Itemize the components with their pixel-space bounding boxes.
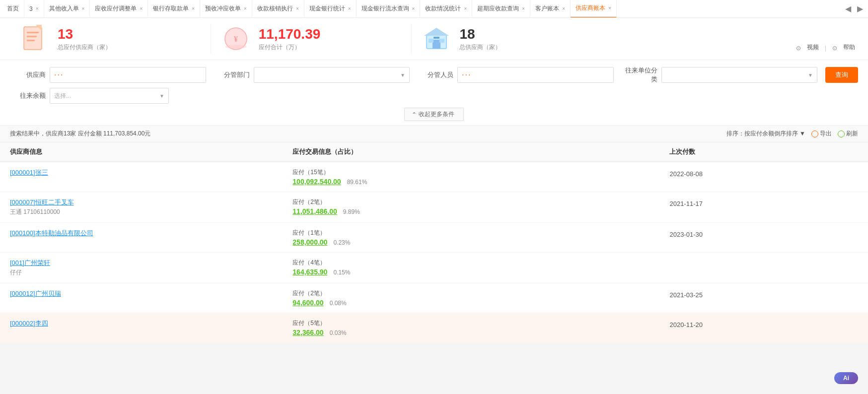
nav-prev-arrow[interactable]: ◀ xyxy=(842,4,854,13)
last-payment-cell: 2022-08-08 xyxy=(669,168,858,178)
search-button[interactable]: 查询 xyxy=(825,67,858,83)
transaction-percent: 0.23% xyxy=(333,239,350,246)
filter-dept: 分管部门 ▼ xyxy=(214,67,410,83)
dropdown-arrow-icon: ▼ xyxy=(400,72,405,78)
nav-tab-receipt-stat[interactable]: 收款情况统计 × xyxy=(420,0,472,18)
summary-card-payable-suppliers: 13 总应付供应商（家） xyxy=(10,24,211,54)
table-row: [000012]广州贝瑞 应付（2笔） 94,600.00 0.08% 2021… xyxy=(0,283,868,313)
supplier-cell: [000100]本特勒油品有限公司 xyxy=(10,229,292,238)
svg-rect-10 xyxy=(433,40,440,49)
supplier-filter-label: 供应商 xyxy=(10,70,50,79)
summary-card-payable-total: ¥ 11,170.39 应付合计（万） xyxy=(211,24,412,54)
table-body: [000001]张三 应付（15笔） 100,092,540.00 89.61%… xyxy=(0,162,868,343)
supplier-cell: [001]广州荣轩 仔仔 xyxy=(10,259,292,277)
nav-tab-home[interactable]: 首页 xyxy=(2,0,24,18)
person-filter-input[interactable]: ··· xyxy=(457,67,614,83)
video-link[interactable]: 视频 xyxy=(807,43,819,52)
supplier-cell: [000001]张三 xyxy=(10,168,292,177)
table-row: [000002]李四 应付（5笔） 32,366.00 0.03% 2020-1… xyxy=(0,313,868,343)
supplier-link[interactable]: [000002]李四 xyxy=(10,320,48,327)
supplier-contact: 王通 17106110000 xyxy=(10,208,292,216)
transaction-label: 应付（2笔） xyxy=(292,198,669,206)
sort-selector[interactable]: 排序：按应付余额倒序排序 ▼ xyxy=(726,130,805,138)
filter-balance: 往来余额 选择... ▼ xyxy=(10,88,169,104)
nav-tab-supplier-book[interactable]: 供应商账本 × xyxy=(571,0,617,18)
close-icon[interactable]: × xyxy=(412,6,415,11)
refresh-button[interactable]: 刷新 xyxy=(838,130,858,138)
svg-rect-3 xyxy=(27,40,35,41)
ai-badge[interactable]: Ai xyxy=(834,372,858,384)
nav-tab-3[interactable]: 3 × xyxy=(24,0,44,18)
supplier-link[interactable]: [000001]张三 xyxy=(10,169,48,176)
dept-filter-input[interactable]: ▼ xyxy=(254,67,410,83)
data-table: 供应商信息 应付交易信息（占比） 上次付数 [000001]张三 应付（15笔）… xyxy=(0,142,868,343)
close-icon[interactable]: × xyxy=(296,6,299,11)
close-icon[interactable]: × xyxy=(522,6,525,11)
close-icon[interactable]: × xyxy=(140,6,143,11)
transaction-amount[interactable]: 11,051,486.00 xyxy=(292,207,337,215)
close-icon[interactable]: × xyxy=(562,6,565,11)
transaction-amount[interactable]: 258,000.00 xyxy=(292,238,327,246)
close-icon[interactable]: × xyxy=(244,6,247,11)
supplier-link[interactable]: [001]广州荣轩 xyxy=(10,259,50,266)
refresh-icon xyxy=(838,131,845,137)
transaction-cell: 应付（2笔） 11,051,486.00 9.89% xyxy=(292,198,669,215)
help-links: ⊙ 视频 | ⊙ 帮助 xyxy=(793,24,858,54)
close-icon[interactable]: × xyxy=(464,6,467,11)
transaction-label: 应付（15笔） xyxy=(292,168,669,177)
total-suppliers-count: 18 xyxy=(459,26,501,43)
export-button[interactable]: 导出 xyxy=(811,130,832,138)
supplier-filter-input[interactable]: ··· xyxy=(50,67,206,83)
close-icon[interactable]: × xyxy=(348,6,351,11)
nav-tab-receipt-verify[interactable]: 收款核销执行 × xyxy=(252,0,304,18)
supplier-link[interactable]: [000012]广州贝瑞 xyxy=(10,290,61,297)
chevron-up-icon: ⌃ xyxy=(412,111,417,118)
help-link[interactable]: 帮助 xyxy=(843,43,855,52)
nav-next-arrow[interactable]: ▶ xyxy=(854,4,866,13)
transaction-amount[interactable]: 94,600.00 xyxy=(292,299,323,307)
transaction-amount[interactable]: 164,635.90 xyxy=(292,268,327,276)
supplier-cell: [000012]广州贝瑞 xyxy=(10,289,292,298)
transaction-label: 应付（2笔） xyxy=(292,289,669,298)
col-header-transaction-info: 应付交易信息（占比） xyxy=(292,147,669,156)
nav-tab-other-income[interactable]: 其他收入单 × xyxy=(44,0,90,18)
last-payment-cell: 2023-01-30 xyxy=(669,229,858,238)
supplier-link[interactable]: [000007]恒旺二手叉车 xyxy=(10,198,74,206)
store-icon xyxy=(422,24,451,54)
collapse-filters-button[interactable]: ⌃ 收起更多条件 xyxy=(404,108,464,121)
table-header: 供应商信息 应付交易信息（占比） 上次付数 xyxy=(0,142,868,162)
results-bar: 搜索结果中，供应商13家 应付金额 111,703,854.00元 排序：按应付… xyxy=(0,126,868,142)
last-payment-cell: 2020-11-20 xyxy=(669,319,858,328)
filter-row-2: 往来余额 选择... ▼ xyxy=(10,88,858,104)
balance-filter-input[interactable]: 选择... ▼ xyxy=(50,88,169,104)
filter-supplier: 供应商 ··· xyxy=(10,67,206,83)
transaction-amount[interactable]: 32,366.00 xyxy=(292,328,323,336)
balance-filter-label: 往来余额 xyxy=(10,91,50,100)
close-icon[interactable]: × xyxy=(36,6,39,11)
transaction-percent: 0.03% xyxy=(330,329,347,336)
nav-tab-prepay-ar[interactable]: 预收冲应收单 × xyxy=(200,0,252,18)
table-row: [000007]恒旺二手叉车 王通 17106110000 应付（2笔） 11,… xyxy=(0,192,868,223)
table-row: [000100]本特勒油品有限公司 应付（1笔） 258,000.00 0.23… xyxy=(0,223,868,253)
close-icon[interactable]: × xyxy=(608,5,611,11)
nav-tab-cash-stat[interactable]: 现金银行统计 × xyxy=(304,0,357,18)
transaction-amount[interactable]: 100,092,540.00 xyxy=(292,178,341,186)
supplier-link[interactable]: [000100]本特勒油品有限公司 xyxy=(10,229,93,237)
nav-tab-customer-book[interactable]: 客户账本 × xyxy=(530,0,571,18)
transaction-label: 应付（5笔） xyxy=(292,319,669,328)
filter-person: 分管人员 ··· xyxy=(418,67,614,83)
nav-tab-cash-flow[interactable]: 现金银行流水查询 × xyxy=(357,0,421,18)
nav-tab-overdue-ar[interactable]: 超期应收款查询 × xyxy=(472,0,530,18)
transaction-cell: 应付（4笔） 164,635.90 0.15% xyxy=(292,259,669,276)
nav-tab-bank-deposit[interactable]: 银行存取款单 × xyxy=(148,0,200,18)
category-filter-input[interactable]: ▼ xyxy=(661,67,818,83)
export-icon xyxy=(811,131,818,137)
close-icon[interactable]: × xyxy=(192,6,195,11)
transaction-percent: 0.15% xyxy=(333,269,350,276)
svg-rect-12 xyxy=(439,39,444,43)
svg-rect-2 xyxy=(27,36,37,37)
svg-rect-1 xyxy=(27,32,39,33)
last-payment-cell: 2021-03-25 xyxy=(669,289,858,299)
nav-tab-ar-ap-adjust[interactable]: 应收应付调整单 × xyxy=(90,0,148,18)
close-icon[interactable]: × xyxy=(82,6,85,11)
